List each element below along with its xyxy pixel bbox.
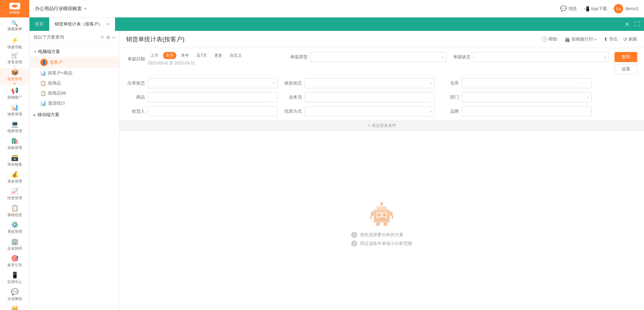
filter-action-buttons: 查询 设置 [614,52,637,74]
sidebar-item-newbie[interactable]: 🎯 新手引导 [0,253,29,269]
wechat-label: 企业微信 [7,296,22,301]
date-range-text: 2023-03-01 至 2023-03-31 [148,60,283,66]
sidebar-item-enterprise[interactable]: 🏢 企业协同 [0,236,29,253]
sidebar-item-inventory[interactable]: 🗃️ 库存核算 [0,152,29,169]
department-arrow: ▾ [587,96,589,99]
sidebar-item-operations[interactable]: 📈 经营管理 [0,186,29,202]
brand-dots: ··· [583,109,589,114]
date-7days[interactable]: 近7天 [194,52,210,59]
sidebar-item-search[interactable]: 🔍 搜索菜单 [0,17,29,35]
tab-home[interactable]: 首页 [30,17,49,31]
app-download-button[interactable]: 📲 App下载 [584,6,607,12]
plan-active-indicator: 👤 [40,59,48,66]
export-button[interactable]: ⬆ 导出 [604,36,618,42]
brand-label: 品牌 [440,108,459,114]
plan-by-goods[interactable]: 📋 按商品 [30,78,119,88]
tree-pc-plans[interactable]: ▼ 电脑端方案 [30,47,119,57]
date-custom[interactable]: 自定义 [227,52,245,59]
print-dropdown-icon: ▾ [595,38,596,41]
message-button[interactable]: 💬 消息 [560,5,577,12]
export-label: 导出 [609,36,618,42]
empty-state: 1 请先选择要分析的方案 2 用过滤条件来缩小分析范围 [119,131,644,310]
add-plan-button[interactable]: + [101,34,104,40]
user-menu[interactable]: Ea demo2 [614,4,639,13]
sidebar-item-retail[interactable]: 🛒 零售管理 ▼ [0,51,29,68]
svg-rect-11 [383,222,387,226]
receiver-label: 收货人 [126,108,145,114]
sidebar-item-basic[interactable]: 📋 基础信息 [0,202,29,219]
tab-close-icon[interactable]: ✕ [106,22,109,27]
tip-num-1: 1 [351,232,357,238]
sidebar-item-apps[interactable]: 📱 应用中心 [0,269,29,286]
sidebar: 标推版 🔍 搜索菜单 ⚡ 快捷导航 🛒 零售管理 ▼ 📦 批发管理 ▲ 📢 营销… [0,0,30,310]
date-this-month[interactable]: 本月 [163,52,176,59]
out-status-label: 出库状态 [126,80,145,86]
help-icon: ? [542,37,547,42]
tip-text-1: 请先选择要分析的方案 [360,232,404,238]
print-icon: 🖨️ [565,37,570,42]
sidebar-item-finance[interactable]: 💰 资金管理 [0,169,29,186]
set-button[interactable]: 设置 [614,64,637,74]
refresh-button[interactable]: ↺ 刷新 [623,36,637,42]
enterprise-label: 企业协同 [7,246,22,251]
help-label: 帮助 [548,36,557,42]
settings-plan-button[interactable]: ⚙ [106,35,110,40]
tab-restore-button[interactable]: ⛶ [633,20,641,29]
tabbar: 首页 销货单统计表（按客户） ✕ ✕ ⛶ [30,17,644,31]
sales-label: 销售管理 [7,112,22,117]
refresh-icon: ↺ [623,37,627,42]
filter-row-3: 商品 ··· 业务员 ··· 部门 [126,92,637,102]
settlement-arrow: ▾ [430,110,432,113]
warehouse-input[interactable]: ··· [462,78,592,88]
date-last-month[interactable]: 上月 [148,52,161,59]
tabbar-actions: ✕ ⛶ [624,20,644,29]
plan-g99-icon: 📋 [40,91,46,96]
page-header: 销货单统计表(按客户) ? 帮助 🖨️ 按模板打印 ▾ ⬆ [119,31,644,48]
tab-sales-report-label: 销货单统计表（按客户） [55,21,103,27]
plan-by-customer[interactable]: 👤 按客户 [30,57,119,68]
doc-type-input[interactable]: ▾ [310,52,446,62]
settlement-label: 结算方式 [283,108,302,114]
sidebar-item-purchase[interactable]: 🛍️ 采购管理 [0,135,29,152]
collapse-label: ∧ 收起更多条件 [367,123,396,128]
sidebar-item-quick-nav[interactable]: ⚡ 快捷导航 [0,35,29,51]
receiver-input[interactable]: ··· [148,106,278,116]
date-more[interactable]: 更多 [212,52,225,59]
help-button[interactable]: ? 帮助 [542,36,557,42]
goods-input[interactable]: ··· [148,92,278,102]
topbar-dropdown-icon[interactable]: ▾ [85,6,87,11]
sidebar-item-vip[interactable]: 👑 畅会员 [0,303,29,310]
plan-return-stats[interactable]: 📊 退货统计 [30,98,119,108]
sidebar-item-system[interactable]: ⚙️ 系统管理 [0,219,29,236]
sidebar-item-wechat[interactable]: 💬 企业微信 [0,286,29,303]
doc-status-input[interactable]: ▾ [473,52,609,62]
tree-mobile-plans[interactable]: ▶ 移动端方案 [30,110,119,120]
sidebar-item-wholesale[interactable]: 📦 批发管理 ▲ [0,68,29,85]
department-input[interactable]: ▾ [462,92,592,102]
tab-sales-report[interactable]: 销货单统计表（按客户） ✕ [49,17,115,31]
plan-by-customer-goods-label: 按客户+商品 [48,70,72,76]
sidebar-item-marketing[interactable]: 📢 营销推广 [0,85,29,102]
plan-tree: ▼ 电脑端方案 👤 按客户 📊 按客户+商品 📋 按商品 [30,44,119,122]
print-label: 按模板打印 [572,36,593,42]
salesperson-input[interactable]: ··· [305,92,435,102]
sidebar-item-ecommerce[interactable]: 💻 电商管理 [0,118,29,135]
payment-status-input[interactable]: ▾ [305,78,435,88]
plan-by-goods-99[interactable]: 📋 按商品99 [30,88,119,98]
plan-by-customer-goods[interactable]: 📊 按客户+商品 [30,68,119,78]
tab-close-all-button[interactable]: ✕ [624,20,631,29]
doc-type-label: 单据类型 [289,54,308,60]
collapse-bar[interactable]: ∧ 收起更多条件 [119,121,644,131]
topbar: 办公用品行业模拟账套 ▾ 💬 消息 📲 App下载 Ea demo2 [30,0,644,17]
print-button[interactable]: 🖨️ 按模板打印 ▾ [562,35,598,44]
collapse-panel-button[interactable]: « [112,35,115,40]
date-this-year[interactable]: 本年 [178,52,192,59]
out-status-input[interactable]: ▾ [148,78,278,88]
content-area: 按以下方案查询 + ⚙ « ▼ 电脑端方案 👤 按客户 [30,31,644,310]
settlement-input[interactable]: ▾ [305,106,435,116]
svg-point-4 [383,214,385,216]
query-button[interactable]: 查询 [614,52,637,62]
brand-input[interactable]: ··· [462,106,592,116]
out-status-arrow: ▾ [273,82,275,85]
sidebar-item-sales[interactable]: 📊 销售管理 [0,102,29,118]
